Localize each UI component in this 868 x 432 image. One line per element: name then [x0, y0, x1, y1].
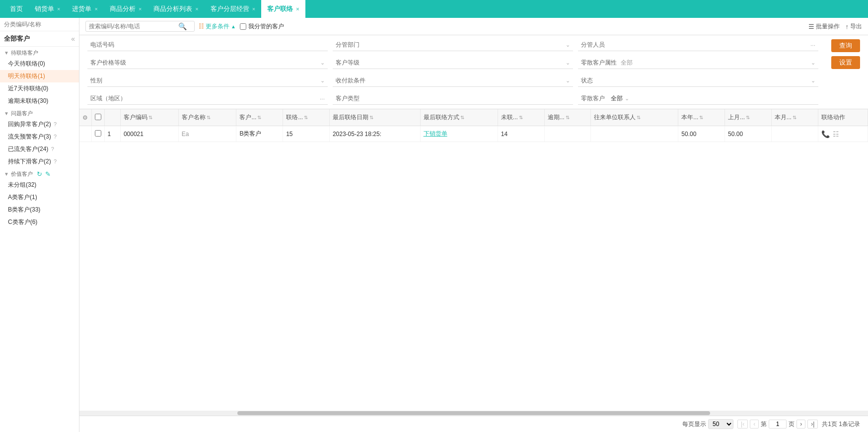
filter-customer-grade[interactable]: 客户等级 ⌄ — [333, 57, 573, 69]
sort-overdue-icon: ⇅ — [566, 115, 570, 120]
export-button[interactable]: ↑ 导出 — [846, 22, 863, 31]
cell-settings — [79, 126, 91, 142]
close-purchase-icon[interactable]: × — [94, 6, 97, 12]
sort-pending-icon: ⇅ — [519, 115, 523, 120]
close-customer-contact-icon[interactable]: × — [296, 6, 299, 12]
sidebar-item-churn-warning[interactable]: 流失预警客户(3) ? — [0, 131, 79, 143]
query-set-group: 查询 设置 — [831, 39, 860, 69]
sidebar-item-7days[interactable]: 近7天待联络(0) — [0, 82, 79, 95]
nav-customer-tier[interactable]: 客户分层经营 × — [205, 0, 261, 18]
next-page-button[interactable]: › — [796, 420, 805, 429]
page-size-select[interactable]: 50 100 200 — [708, 419, 733, 429]
toolbar: 🔍 ☷ 更多条件 ▲ 我分管的客户 ☰ 批量操作 ↑ 导出 — [79, 18, 868, 35]
my-customers-checkbox-label[interactable]: 我分管的客户 — [240, 22, 284, 31]
filter-retail-customer[interactable]: 零散客户 全部 ⌄ — [578, 93, 818, 105]
col-this-month: 本月... ⇅ — [771, 109, 818, 126]
filter-customer-type[interactable]: 客户类型 — [333, 93, 573, 105]
sidebar-item-b-class[interactable]: B类客户(33) — [0, 204, 79, 216]
last-page-button[interactable]: ›| — [807, 420, 818, 429]
sort-date-icon: ⇅ — [369, 115, 373, 120]
main-search-button[interactable]: 🔍 — [178, 22, 187, 30]
info-icon-0: ? — [54, 121, 57, 127]
filter-status[interactable]: 状态 ⌄ — [578, 75, 818, 87]
page-number-input[interactable] — [769, 420, 787, 429]
sidebar-collapse-icon[interactable]: « — [71, 35, 75, 43]
info-icon-3: ? — [54, 158, 57, 164]
batch-op-button[interactable]: ☰ 批量操作 — [808, 22, 840, 31]
nav-sales[interactable]: 销货单 × — [29, 0, 66, 18]
my-customers-checkbox[interactable] — [240, 23, 246, 30]
sidebar-item-today[interactable]: 今天待联络(0) — [0, 58, 79, 70]
value-arrow-icon: ▼ — [4, 171, 9, 177]
cell-checkbox[interactable] — [91, 126, 104, 142]
scrollbar-thumb[interactable] — [237, 411, 711, 415]
action-contact-icon[interactable]: 📞 — [821, 130, 830, 138]
settings-icon[interactable]: ⚙ — [82, 114, 88, 121]
cell-overdue — [544, 126, 591, 142]
sidebar-item-churned[interactable]: 已流失客户(24) ? — [0, 143, 79, 155]
edit-icon[interactable]: ✎ — [45, 170, 51, 178]
dept-arrow-icon: ⌄ — [566, 42, 570, 48]
cell-this-month — [771, 126, 818, 142]
info-icon-2: ? — [51, 146, 54, 152]
sidebar-item-c-class[interactable]: C类客户(6) — [0, 216, 79, 228]
col-index — [104, 109, 120, 126]
batch-op-icon: ☰ — [808, 23, 814, 30]
refresh-icon[interactable]: ↻ — [37, 170, 42, 178]
filter-panel: 电话号码 分管部门 ⌄ 分管人员 ··· — [79, 35, 868, 109]
filter-area[interactable]: 区域（地区） ··· — [87, 93, 328, 105]
sidebar-item-a-class[interactable]: A类客户(1) — [0, 191, 79, 204]
close-product-list-icon[interactable]: × — [195, 6, 198, 12]
sidebar-search-input[interactable] — [4, 21, 78, 28]
sidebar-item-declining[interactable]: 持续下滑客户(2) ? — [0, 155, 79, 168]
col-pending: 未联... ⇅ — [498, 109, 544, 126]
filter-dept[interactable]: 分管部门 ⌄ — [333, 39, 573, 51]
action-more-icon[interactable]: ☷ — [833, 130, 839, 138]
sidebar-group-problem: ▼ 问题客户 — [0, 107, 79, 118]
close-sales-icon[interactable]: × — [57, 6, 60, 12]
col-settings: ⚙ — [79, 109, 91, 126]
nav-product-analysis[interactable]: 商品分析 × — [104, 0, 147, 18]
filter-manager[interactable]: 分管人员 ··· — [578, 39, 818, 51]
filter-phone[interactable]: 电话号码 — [87, 39, 328, 51]
filter-payment[interactable]: 收付款条件 ⌄ — [333, 75, 573, 87]
sidebar-item-tomorrow[interactable]: 明天待联络(1) — [0, 70, 79, 82]
retail-customer-arrow-icon: ⌄ — [625, 95, 629, 102]
nav-home[interactable]: 首页 — [4, 0, 29, 18]
col-overdue: 逾期... ⇅ — [544, 109, 591, 126]
query-button[interactable]: 查询 — [831, 39, 860, 52]
sidebar-item-overdue[interactable]: 逾期未联络(30) — [0, 95, 79, 107]
export-icon: ↑ — [846, 23, 849, 30]
cell-code: 000021 — [120, 126, 178, 142]
price-grade-arrow-icon: ⌄ — [320, 60, 325, 66]
filter-retail-attr[interactable]: 零散客户属性 全部 ⌄ — [578, 57, 818, 69]
page-size-selector: 每页显示 50 100 200 — [682, 419, 733, 429]
gender-arrow-icon: ⌄ — [320, 77, 325, 84]
cell-contact: 15 — [283, 126, 330, 142]
nav-customer-contact[interactable]: 客户联络 × — [261, 0, 305, 18]
col-last-month: 上月... ⇅ — [725, 109, 772, 126]
main-search-input[interactable] — [89, 23, 178, 30]
row-checkbox-0[interactable] — [95, 130, 101, 137]
nav-purchase[interactable]: 进货单 × — [66, 0, 103, 18]
pending-arrow-icon: ▼ — [4, 50, 9, 56]
sidebar-item-repurchase-anomaly[interactable]: 回购异常客户(2) ? — [0, 118, 79, 131]
prev-page-button[interactable]: ‹ — [750, 420, 759, 429]
filter-gender[interactable]: 性别 ⌄ — [87, 75, 328, 87]
select-all-checkbox[interactable] — [95, 114, 101, 120]
customer-table: ⚙ 客户编码 ⇅ — [79, 109, 868, 142]
filter-price-grade[interactable]: 客户价格等级 ⌄ — [87, 57, 328, 69]
more-conditions-button[interactable]: ☷ 更多条件 ▲ — [199, 22, 236, 31]
horizontal-scrollbar[interactable] — [79, 411, 868, 416]
cell-last-contact-type[interactable]: 下销货单 — [420, 126, 498, 142]
cell-pending: 14 — [498, 126, 544, 142]
set-button[interactable]: 设置 — [831, 56, 860, 69]
sidebar-item-ungrouped[interactable]: 未分组(32) — [0, 179, 79, 191]
sidebar-all-section: 全部客户 « — [0, 31, 79, 47]
close-customer-tier-icon[interactable]: × — [252, 6, 255, 12]
contact-type-link[interactable]: 下销货单 — [424, 130, 447, 137]
close-product-analysis-icon[interactable]: × — [139, 6, 142, 12]
col-last-contact-date: 最后联络日期 ⇅ — [329, 109, 420, 126]
nav-product-analysis-list[interactable]: 商品分析列表 × — [147, 0, 204, 18]
first-page-button[interactable]: |‹ — [737, 420, 748, 429]
